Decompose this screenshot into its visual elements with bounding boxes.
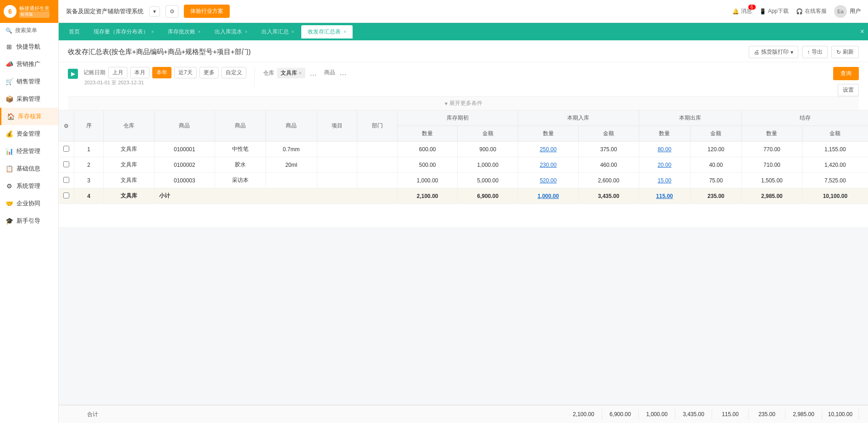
warehouse-more[interactable]: ... — [308, 68, 319, 78]
row3-in-qty[interactable]: 520.00 — [518, 173, 579, 188]
footer-out-qty: 115.00 — [712, 409, 749, 419]
th-project: 项目 — [317, 110, 357, 142]
search-menu[interactable]: 🔍 搜索菜单 — [0, 23, 58, 38]
row1-in-qty[interactable]: 250.00 — [518, 142, 579, 157]
message-button[interactable]: 🔔 消息 6 — [732, 7, 752, 15]
row2-open-qty: 500.00 — [397, 157, 458, 173]
search-icon: 🔍 — [6, 27, 12, 34]
sidebar-item-purchase[interactable]: 📦 采购管理 — [0, 90, 58, 108]
row1-out-qty[interactable]: 80.00 — [639, 142, 690, 157]
row3-seq: 3 — [74, 173, 104, 188]
tab-close-batch[interactable]: × — [198, 29, 201, 34]
page-inner: 收发存汇总表(按仓库+商品编码+商品+规格型号+项目+部门) 🖨 拣货版打印 ▾… — [59, 40, 868, 227]
row1-seq: 1 — [74, 142, 104, 157]
data-table: ⚙ 序 仓库 商品 商品 商品 项目 部门 库存期初 本期入库 本期出库 结存 — [59, 110, 868, 204]
sidebar-item-quick-nav[interactable]: ⊞ 快捷导航 — [0, 38, 58, 55]
date-btn-7days[interactable]: 近7天 — [174, 67, 197, 78]
date-btn-this-month[interactable]: 本月 — [130, 67, 149, 78]
sidebar-item-basic[interactable]: 📋 基础信息 — [0, 160, 58, 177]
print-button[interactable]: 🖨 拣货版打印 ▾ — [749, 46, 798, 58]
sidebar-item-marketing[interactable]: 📣 营销推广 — [0, 55, 58, 73]
row2-checkbox[interactable] — [59, 157, 74, 173]
row3-warehouse: 文具库 — [104, 173, 155, 188]
th-spec: 商品 — [265, 110, 317, 142]
grid-icon: ⊞ — [6, 43, 13, 50]
online-service-button[interactable]: 🎧 在线客服 — [796, 7, 827, 15]
date-btn-this-year[interactable]: 本年 — [152, 67, 171, 78]
row2-out-amt: 40.00 — [690, 157, 741, 173]
footer-open-amt: 6,900.00 — [602, 409, 639, 419]
system-selector[interactable]: 装备及固定资产辅助管理系统 ▾ — [149, 6, 160, 16]
tab-close-stock-dist[interactable]: × — [151, 29, 154, 34]
query-button[interactable]: 查询 — [833, 67, 859, 80]
sidebar-item-collab[interactable]: 🤝 企业协同 — [0, 195, 58, 212]
th-warehouse: 仓库 — [104, 110, 155, 142]
experience-button[interactable]: 体验行业方案 — [184, 5, 230, 18]
sidebar-logo: 6 畅捷通好生意 标准版 — [0, 0, 58, 23]
row3-out-qty[interactable]: 15.00 — [639, 173, 690, 188]
th-out-amt: 金额 — [690, 126, 741, 142]
filter-toggle[interactable]: ▶ — [68, 69, 78, 79]
logo-text: 畅捷通好生意 标准版 — [19, 5, 50, 18]
tab-stock-dist[interactable]: 现存量（库存分布表） × — [87, 25, 160, 38]
close-tab-area[interactable]: × — [860, 27, 864, 36]
subtotal-out-qty[interactable]: 115.00 — [639, 188, 690, 204]
settings-icon: ⚙ — [6, 182, 13, 190]
row2-close-qty: 710.00 — [742, 157, 802, 173]
row3-close-qty: 1,505.00 — [742, 173, 802, 188]
tabbar: 首页 现存量（库存分布表） × 库存批次账 × 出入库流水 × 出入库汇总 × … — [59, 23, 868, 40]
sidebar-item-guide[interactable]: 🎓 新手引导 — [0, 212, 58, 230]
row1-open-amt: 900.00 — [458, 142, 518, 157]
box-icon: 📦 — [6, 95, 13, 103]
row2-in-qty[interactable]: 230.00 — [518, 157, 579, 173]
column-settings-button[interactable]: 设置 — [838, 84, 859, 96]
row3-in-amt: 2,600.00 — [578, 173, 639, 188]
row2-dept — [357, 157, 398, 173]
th-close-amt: 金额 — [802, 126, 868, 142]
subtotal-checkbox[interactable] — [59, 188, 74, 204]
chevron-down-icon: ▾ — [445, 100, 448, 107]
header-actions: 🖨 拣货版打印 ▾ ↑ 导出 ↻ 刷新 — [749, 46, 859, 58]
tab-summary[interactable]: 出入库汇总 × — [255, 25, 301, 38]
megaphone-icon: 📣 — [6, 60, 13, 68]
subtotal-in-qty[interactable]: 1,000.00 — [518, 188, 579, 204]
subtotal-close-qty: 2,985.00 — [742, 188, 802, 204]
date-btn-last-month[interactable]: 上月 — [108, 67, 127, 78]
row1-spec: 0.7mm — [265, 142, 317, 157]
filter-container: ▶ 记账日期 上月 本月 本年 近7天 更多 自定义 2023-01-01 至 … — [59, 62, 868, 110]
tab-close-flow[interactable]: × — [245, 29, 248, 34]
gear-button[interactable]: ⚙ — [166, 5, 178, 18]
sidebar-item-inventory[interactable]: 🏠 库存核算 — [0, 108, 58, 125]
clipboard-icon: 📋 — [6, 165, 13, 172]
sidebar-item-sales[interactable]: 🛒 销售管理 — [0, 73, 58, 90]
refresh-button[interactable]: ↻ 刷新 — [831, 46, 859, 58]
row3-project — [317, 173, 357, 188]
th-settings[interactable]: ⚙ — [59, 110, 74, 142]
sidebar-item-finance[interactable]: 💰 资金管理 — [0, 125, 58, 143]
date-btn-more[interactable]: 更多 — [199, 67, 219, 78]
row2-in-amt: 460.00 — [578, 157, 639, 173]
date-btn-custom[interactable]: 自定义 — [221, 67, 246, 78]
tab-close-collect-summary[interactable]: × — [343, 29, 346, 34]
row1-checkbox[interactable] — [59, 142, 74, 157]
tab-close-summary[interactable]: × — [292, 29, 294, 34]
th-in-qty: 数量 — [518, 126, 579, 142]
tab-home[interactable]: 首页 — [62, 25, 86, 38]
tab-batch[interactable]: 库存批次账 × — [161, 25, 207, 38]
sidebar: 6 畅捷通好生意 标准版 🔍 搜索菜单 ⊞ 快捷导航 📣 营销推广 🛒 销售管理… — [0, 0, 59, 423]
chart-icon: 📊 — [6, 148, 13, 155]
row3-checkbox[interactable] — [59, 173, 74, 188]
tab-flow[interactable]: 出入库流水 × — [208, 25, 254, 38]
app-download-button[interactable]: 📱 App下载 — [759, 7, 789, 15]
subtotal-open-qty: 2,100.00 — [397, 188, 458, 204]
goods-more[interactable]: ... — [338, 68, 348, 77]
warehouse-tag-close[interactable]: × — [299, 71, 302, 76]
row2-close-amt: 1,420.00 — [802, 157, 868, 173]
expand-conditions-button[interactable]: ▾ 展开更多条件 — [445, 99, 482, 107]
sidebar-item-system[interactable]: ⚙ 系统管理 — [0, 177, 58, 195]
export-button[interactable]: ↑ 导出 — [802, 46, 828, 58]
th-opening: 库存期初 — [397, 110, 518, 126]
row2-out-qty[interactable]: 20.00 — [639, 157, 690, 173]
sidebar-item-operation[interactable]: 📊 经营管理 — [0, 143, 58, 160]
tab-collect-summary[interactable]: 收发存汇总表 × — [301, 25, 353, 38]
